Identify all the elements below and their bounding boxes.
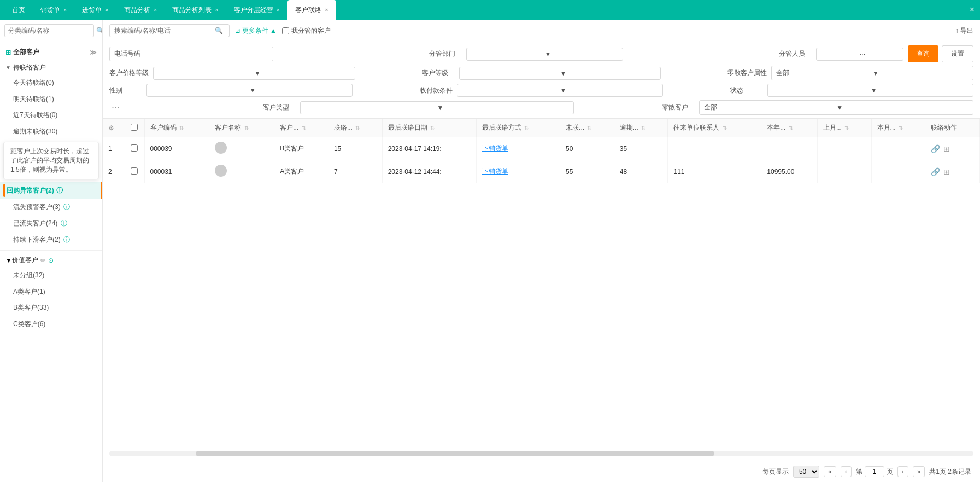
filter-more-btn[interactable]: ⊿ 更多条件 ▲	[235, 26, 277, 36]
sidebar-value-section[interactable]: ▼ 价值客户 ✏ ⊙	[0, 253, 102, 268]
sidebar-item-repurchase-abnormal[interactable]: 回购异常客户(2) ⓘ	[0, 182, 102, 199]
select-all-checkbox[interactable]	[131, 124, 138, 131]
horizontal-scrollbar[interactable]	[109, 451, 973, 456]
price-level-select[interactable]: ▼	[153, 67, 355, 80]
filter-icon: ⊿	[235, 27, 240, 34]
h-scroll-area[interactable]	[103, 446, 980, 461]
next-page-btn[interactable]: ›	[897, 466, 908, 477]
dept-select[interactable]: ▼	[466, 48, 623, 61]
more-options-btn[interactable]: ···	[109, 102, 122, 113]
table-settings-icon[interactable]: ⚙	[108, 124, 114, 132]
person-label: 分管人员	[779, 49, 812, 59]
row1-select[interactable]	[131, 144, 138, 152]
sidebar-item-lost-customers[interactable]: 已流失客户(24) ⓘ	[0, 216, 102, 232]
sort-contact-icon[interactable]: ⇅	[355, 125, 360, 131]
close-tab-customer-contact[interactable]: ×	[325, 7, 328, 13]
customer-level-select[interactable]: ▼	[459, 67, 661, 80]
sort-tmonth-icon[interactable]: ⇅	[899, 125, 903, 131]
edit-icon[interactable]: ✏	[40, 257, 46, 264]
sort-unit-icon[interactable]: ⇅	[723, 125, 727, 131]
row1-checkbox[interactable]	[125, 137, 144, 160]
sidebar-item-tomorrow[interactable]: 明天待联络(1)	[0, 91, 102, 108]
sort-uncontact-icon[interactable]: ⇅	[587, 125, 591, 131]
retail-customer-select[interactable]: 全部 ▼	[699, 100, 973, 115]
sidebar-item-overdue[interactable]: 逾期未联络(30)	[0, 124, 102, 140]
sidebar-collapse-icon[interactable]: ≫	[90, 49, 97, 56]
my-customers-checkbox[interactable]	[282, 27, 289, 34]
row1-this-year	[761, 137, 818, 160]
sidebar-section-waiting[interactable]: ▼ 待联络客户	[0, 60, 102, 75]
sort-date-icon[interactable]: ⇅	[430, 125, 435, 131]
sidebar-group-b[interactable]: B类客户(33)	[0, 300, 102, 316]
export-button[interactable]: ↑ 导出	[955, 26, 973, 36]
per-page-select[interactable]: 50	[793, 466, 819, 478]
tab-purchase[interactable]: 进货单 ×	[74, 0, 116, 20]
add-group-icon[interactable]: ⊙	[48, 257, 54, 264]
row2-grid-icon[interactable]: ⊞	[943, 167, 950, 176]
more-icon: ···	[860, 50, 899, 58]
close-tab-sales[interactable]: ×	[63, 7, 67, 13]
sidebar-item-declining[interactable]: 持续下滑客户(2) ⓘ	[0, 232, 102, 248]
tab-customer-tier[interactable]: 客户分层经营 ×	[226, 0, 287, 20]
row1-last-month	[817, 137, 871, 160]
gender-select[interactable]: ▼	[146, 84, 353, 97]
filter-search-input[interactable]	[114, 27, 213, 34]
page-input[interactable]: 1	[865, 466, 884, 477]
close-tab-purchase[interactable]: ×	[105, 7, 108, 13]
sidebar-search-input[interactable]	[4, 24, 94, 37]
page-indicator: 第 1 页	[856, 466, 893, 477]
customer-type-select[interactable]: ▼	[300, 101, 574, 114]
close-tab-customer-tier[interactable]: ×	[277, 7, 280, 13]
tab-customer-contact[interactable]: 客户联络 ×	[287, 0, 336, 20]
tab-product-analysis[interactable]: 商品分析 ×	[116, 0, 165, 20]
row2-select[interactable]	[131, 167, 138, 175]
close-tab-product-analysis[interactable]: ×	[154, 7, 157, 13]
sidebar-all-customers[interactable]: ⊞ 全部客户 ≫	[0, 44, 102, 60]
info-icon-3: ⓘ	[61, 219, 67, 227]
status-chevron-icon: ▼	[871, 86, 969, 94]
sidebar-group-c[interactable]: C类客户(6)	[0, 316, 102, 333]
sort-name-icon[interactable]: ⇅	[244, 125, 249, 131]
row2-link-icon[interactable]: 🔗	[931, 167, 940, 176]
sort-type-icon[interactable]: ⇅	[302, 125, 306, 131]
sort-lmonth-icon[interactable]: ⇅	[844, 125, 849, 131]
sidebar-item-loss-warning[interactable]: 流失预警客户(3) ⓘ	[0, 199, 102, 216]
prev-page-btn[interactable]: ‹	[841, 466, 852, 477]
close-tab-product-list[interactable]: ×	[215, 7, 218, 13]
sidebar-group-unclassified[interactable]: 未分组(32)	[0, 268, 102, 284]
filter-my-customers[interactable]: 我分管的客户	[282, 26, 331, 36]
sort-code-icon[interactable]: ⇅	[179, 125, 184, 131]
person-field[interactable]: ···	[816, 48, 903, 61]
row2-contact-count: 7	[328, 160, 382, 183]
phone-field[interactable]: 电话号码	[109, 47, 273, 61]
scrollbar-thumb[interactable]	[196, 451, 714, 456]
window-close-button[interactable]: ×	[970, 5, 975, 15]
sidebar-group-a[interactable]: A类客户(1)	[0, 284, 102, 300]
set-button[interactable]: 设置	[942, 45, 973, 62]
sidebar-item-today[interactable]: 今天待联络(0)	[0, 75, 102, 91]
sidebar-body: ⊞ 全部客户 ≫ ▼ 待联络客户 今天待联络(0) 明天待联络(1) 近7天待联…	[0, 42, 102, 482]
tab-home[interactable]: 首页	[4, 0, 33, 20]
tab-product-list[interactable]: 商品分析列表 ×	[165, 0, 226, 20]
retail-attr-select[interactable]: 全部 ▼	[771, 66, 973, 80]
sort-year-icon[interactable]: ⇅	[789, 125, 793, 131]
row2-last-method[interactable]: 下销货单	[476, 160, 560, 183]
row1-grid-icon[interactable]: ⊞	[943, 144, 950, 153]
row1-link-icon[interactable]: 🔗	[931, 144, 940, 153]
filter-search-box[interactable]: 🔍	[109, 24, 230, 37]
filter-search-icon[interactable]: 🔍	[215, 27, 223, 34]
sidebar-search-icon[interactable]: 🔍	[96, 27, 103, 34]
query-button[interactable]: 查询	[908, 45, 938, 62]
sidebar-item-7days[interactable]: 近7天待联络(0)	[0, 107, 102, 124]
sort-overdue-icon[interactable]: ⇅	[641, 125, 645, 131]
tab-sales[interactable]: 销货单 ×	[33, 0, 74, 20]
sort-method-icon[interactable]: ⇅	[524, 125, 529, 131]
row1-last-method[interactable]: 下销货单	[476, 137, 560, 160]
last-page-btn[interactable]: »	[913, 466, 925, 477]
col-unit-contact: 往来单位联系人 ⇅	[668, 119, 761, 137]
status-select[interactable]: ▼	[767, 84, 973, 97]
payment-select[interactable]: ▼	[457, 84, 663, 97]
row2-checkbox[interactable]	[125, 160, 144, 183]
table-header-row: ⚙ 客户编码 ⇅ 客户名称 ⇅	[103, 119, 980, 137]
first-page-btn[interactable]: «	[824, 466, 836, 477]
